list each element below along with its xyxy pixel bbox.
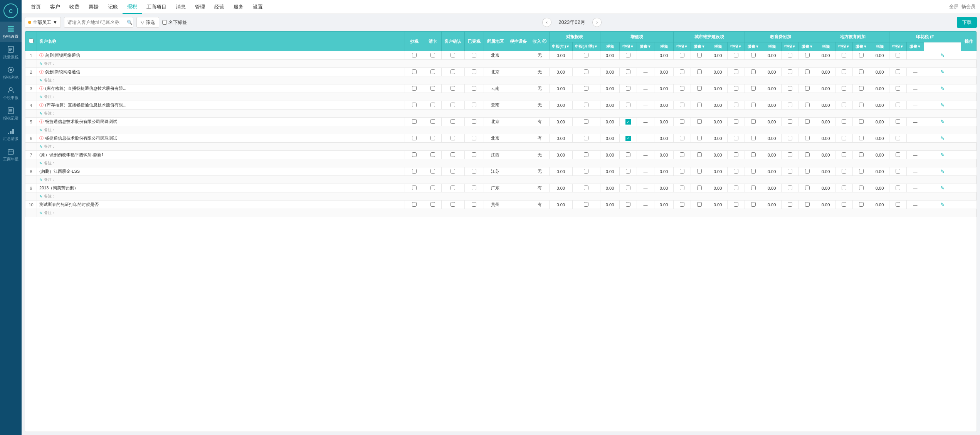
row-caibao-month[interactable] — [572, 101, 600, 110]
row-jy-shenbo[interactable] — [782, 201, 799, 209]
row-df-jiaofei[interactable] — [853, 151, 870, 159]
jy-shenbo-check[interactable] — [788, 103, 792, 107]
cs-shenbo2-check[interactable] — [734, 136, 738, 140]
cs-jiaofei-check[interactable] — [697, 86, 702, 91]
th-df-shenbo[interactable]: 申报▼ — [835, 42, 853, 51]
edit-icon[interactable]: ✎ — [940, 86, 945, 91]
row-df-shenbo[interactable] — [835, 184, 853, 192]
cs-shenbo2-check[interactable] — [734, 86, 738, 91]
jy-jiaofei-check[interactable] — [751, 169, 756, 174]
chaoshui-checkbox[interactable] — [412, 136, 417, 140]
row-jy-jiaofei[interactable] — [745, 167, 762, 176]
taxdone-checkbox[interactable] — [472, 119, 476, 124]
yh-shenbo-check[interactable] — [896, 169, 900, 174]
jy-shenbo-check[interactable] — [788, 119, 792, 124]
row-cs-jiaofei[interactable] — [691, 51, 708, 60]
zz-shenbo-check[interactable] — [626, 69, 630, 74]
jy-jiaofei2-check[interactable] — [805, 202, 810, 207]
nav-fee[interactable]: 收费 — [65, 0, 84, 14]
sidebar-item-piliangshenshi[interactable]: 批量报税 — [0, 42, 22, 62]
row-jy-shenbo[interactable] — [782, 51, 799, 60]
pencil-icon[interactable]: ✎ — [39, 62, 42, 66]
row-jy-jiaofei2[interactable] — [799, 51, 816, 60]
row-jy-shenbo[interactable] — [782, 84, 799, 93]
select-all-checkbox[interactable] — [29, 39, 34, 43]
row-caibao-month[interactable] — [572, 51, 600, 60]
caibao-checkbox[interactable] — [584, 169, 588, 174]
df-jiaofei-check[interactable] — [859, 69, 864, 74]
row-df-jiaofei[interactable] — [853, 167, 870, 176]
row-df-jiaofei[interactable] — [853, 184, 870, 192]
row-action[interactable]: ✎ — [924, 184, 961, 192]
row-qingka[interactable] — [424, 68, 441, 76]
confirm-checkbox[interactable] — [450, 169, 455, 174]
row-yh-shenbo[interactable] — [889, 68, 907, 76]
th-yh-shenbo[interactable]: 申报▼ — [889, 42, 907, 51]
warning-icon[interactable]: ⓘ — [39, 135, 44, 141]
row-jy-shenbo[interactable] — [782, 118, 799, 126]
row-cs-shenbo[interactable] — [674, 184, 691, 192]
filter-button[interactable]: ▽ 筛选 — [136, 17, 159, 28]
yh-shenbo-check[interactable] — [896, 103, 900, 107]
taxdone-checkbox[interactable] — [472, 103, 476, 107]
row-cs-shenbo[interactable] — [674, 68, 691, 76]
row-jy-jiaofei2[interactable] — [799, 151, 816, 159]
row-jy-jiaofei2[interactable] — [799, 101, 816, 110]
employee-filter-select[interactable]: 全部员工 ▼ — [25, 17, 61, 28]
row-jy-jiaofei2[interactable] — [799, 84, 816, 93]
pencil-icon[interactable]: ✎ — [39, 128, 42, 132]
cs-jiaofei-check[interactable] — [697, 136, 702, 140]
cs-shenbo-check[interactable] — [680, 202, 684, 207]
yh-shenbo-check[interactable] — [896, 185, 900, 190]
row-chaoshui[interactable] — [405, 134, 424, 143]
jy-shenbo-check[interactable] — [788, 86, 792, 91]
cs-jiaofei-check[interactable] — [697, 152, 702, 157]
row-jy-jiaofei2[interactable] — [799, 167, 816, 176]
row-chaoshui[interactable] — [405, 68, 424, 76]
qingka-checkbox[interactable] — [430, 185, 435, 190]
row-jy-jiaofei[interactable] — [745, 118, 762, 126]
zz-shenbo-check[interactable] — [626, 185, 630, 190]
nav-invoice[interactable]: 票据 — [84, 0, 103, 14]
row-jy-jiaofei2[interactable] — [799, 184, 816, 192]
cs-shenbo-check[interactable] — [680, 86, 684, 91]
zz-shenbo-check[interactable] — [626, 169, 630, 174]
row-taxdone[interactable] — [464, 68, 484, 76]
row-confirm[interactable] — [441, 84, 464, 93]
edit-icon[interactable]: ✎ — [940, 119, 945, 125]
row-caibao-month[interactable] — [572, 167, 600, 176]
caibao-checkbox[interactable] — [584, 185, 588, 190]
th-jy-jiaofei[interactable]: 缴费▼ — [745, 42, 762, 51]
taxdone-checkbox[interactable] — [472, 53, 476, 57]
yh-shenbo-check[interactable] — [896, 69, 900, 74]
row-cs-shenbo2[interactable] — [728, 167, 745, 176]
jy-jiaofei2-check[interactable] — [805, 119, 810, 124]
row-cs-jiaofei[interactable] — [691, 84, 708, 93]
row-zz-shenbo[interactable] — [620, 184, 637, 192]
sidebar-item-baoshuilanlan[interactable]: 报税浏览 — [0, 62, 22, 83]
row-zz-shenbo[interactable] — [620, 68, 637, 76]
row-caibao-month[interactable] — [572, 84, 600, 93]
sidebar-item-baoshuishezhi[interactable]: 报税设置 — [0, 22, 22, 42]
df-jiaofei-check[interactable] — [859, 86, 864, 91]
row-df-jiaofei[interactable] — [853, 101, 870, 110]
jy-jiaofei-check[interactable] — [751, 202, 756, 207]
row-cs-shenbo[interactable] — [674, 118, 691, 126]
th-cs-jiaofei[interactable]: 缴费▼ — [691, 42, 708, 51]
row-confirm[interactable] — [441, 167, 464, 176]
zz-shenbo-check[interactable] — [626, 86, 630, 91]
row-zz-shenbo[interactable] — [620, 118, 637, 126]
row-cs-jiaofei[interactable] — [691, 151, 708, 159]
row-cs-shenbo2[interactable] — [728, 84, 745, 93]
chaoshui-checkbox[interactable] — [412, 86, 417, 91]
row-action[interactable]: ✎ — [924, 84, 961, 93]
df-shenbo-check[interactable] — [842, 169, 846, 174]
jy-jiaofei2-check[interactable] — [805, 152, 810, 157]
row-cs-shenbo2[interactable] — [728, 201, 745, 209]
prev-month-button[interactable]: ‹ — [542, 18, 551, 27]
row-chaoshui[interactable] — [405, 151, 424, 159]
row-cs-shenbo[interactable] — [674, 167, 691, 176]
edit-icon[interactable]: ✎ — [940, 135, 945, 141]
row-yh-shenbo[interactable] — [889, 51, 907, 60]
row-yh-shenbo[interactable] — [889, 184, 907, 192]
